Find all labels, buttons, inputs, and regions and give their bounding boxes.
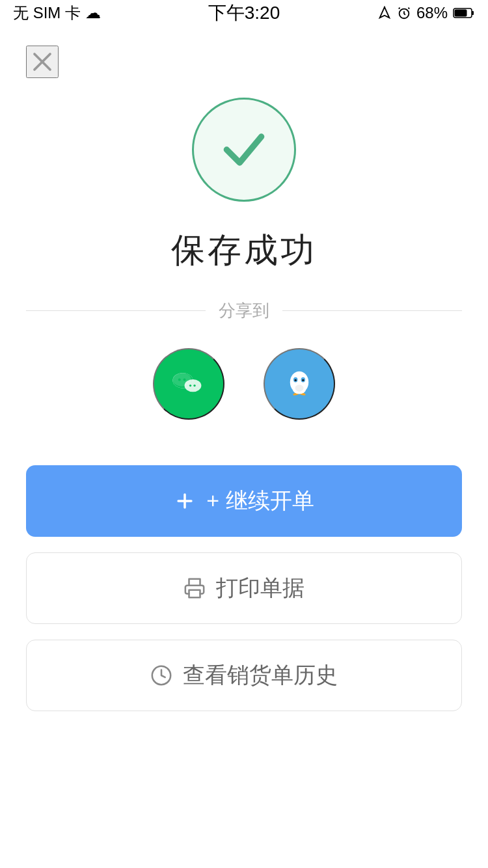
svg-point-9 [178,379,181,381]
status-bar-time: 下午3:20 [208,1,280,25]
svg-point-11 [185,379,202,392]
close-button[interactable] [26,46,59,78]
battery-icon [453,7,475,19]
success-circle [192,98,296,202]
svg-rect-2 [472,11,474,15]
svg-point-17 [295,379,297,381]
plus-icon [174,490,196,512]
divider-right [282,310,462,311]
status-bar-right: 68% [377,4,475,22]
wechat-icon [169,364,209,404]
alarm-icon [397,6,411,20]
history-button[interactable]: 查看销货单历史 [26,640,462,711]
status-bar-left: 无 SIM 卡 ☁ [13,3,101,23]
share-icons-row [153,348,335,420]
close-icon [31,50,54,74]
svg-point-12 [189,385,191,387]
location-icon [377,6,392,20]
svg-point-18 [302,379,304,381]
print-icon [183,577,206,599]
history-icon [150,664,172,686]
main-content: 保存成功 分享到 [0,26,488,868]
svg-point-23 [295,385,304,391]
continue-button[interactable]: + 继续开单 [26,465,462,537]
share-label: 分享到 [219,299,269,322]
wechat-share-button[interactable] [153,348,224,420]
divider-left [26,310,206,311]
svg-point-10 [183,379,186,381]
svg-rect-26 [189,590,200,597]
svg-rect-3 [455,10,467,17]
svg-point-13 [193,385,195,387]
history-label: 查看销货单历史 [183,660,338,690]
share-section: 分享到 [26,299,462,420]
success-section: 保存成功 [171,98,317,273]
success-title: 保存成功 [171,228,317,273]
qq-icon [279,364,319,404]
sim-status: 无 SIM 卡 ☁ [13,3,101,23]
checkmark-icon [218,124,270,176]
qq-share-button[interactable] [264,348,335,420]
divider-row: 分享到 [26,299,462,322]
print-button[interactable]: 打印单据 [26,552,462,624]
battery-level: 68% [416,4,448,22]
actions-section: + 继续开单 打印单据 查看销货单历史 [26,465,462,711]
continue-label: + 继续开单 [206,486,314,516]
print-label: 打印单据 [216,573,305,603]
status-bar: 无 SIM 卡 ☁ 下午3:20 68% [0,0,488,26]
